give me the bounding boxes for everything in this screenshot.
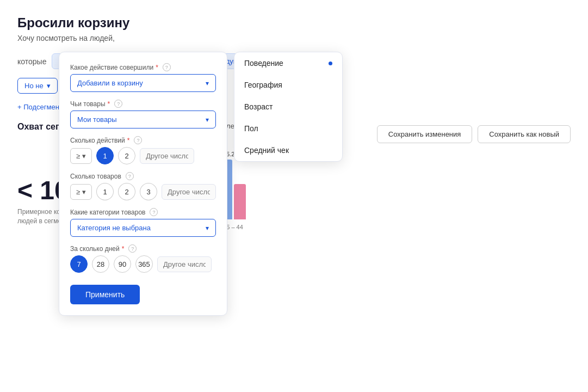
count-actions-row: ≥ ▾ 1 2 [70, 147, 216, 164]
days-row: 7 28 90 365 [70, 255, 216, 273]
count-goods-field: Сколько товаров ? ≥ ▾ 1 2 3 [70, 172, 216, 200]
count-goods-label: Сколько товаров ? [70, 172, 216, 180]
required-star-2: * [108, 100, 110, 108]
gte-symbol-2: ≥ [76, 188, 80, 196]
action-value: Добавили в корзину [77, 79, 143, 87]
count-actions-other[interactable] [140, 148, 194, 164]
count-help-icon[interactable]: ? [134, 136, 142, 144]
whose-field: Чьи товары * ? Мои товары ▾ [70, 100, 216, 128]
but-not-label: Но не [24, 82, 44, 90]
chevron-down-icon-5: ▾ [206, 224, 209, 232]
categories-field: Какие категории товаров ? Категория не в… [70, 208, 216, 237]
gte-select-actions[interactable]: ≥ ▾ [70, 148, 92, 164]
whose-help-icon[interactable]: ? [114, 100, 122, 108]
whose-select[interactable]: Мои товары ▾ [70, 111, 216, 128]
page-title: Бросили корзину [17, 15, 571, 30]
action-select[interactable]: Добавили в корзину ▾ [70, 74, 216, 92]
dropdown-item-label-avg-check: Средний чек [244, 146, 289, 155]
dropdown-item-geography[interactable]: География [234, 74, 342, 96]
dot-icon [329, 62, 332, 65]
dropdown-item-behavior[interactable]: Поведение [234, 52, 342, 74]
dropdown-item-label-age: Возраст [244, 102, 273, 111]
days-label: За сколько дней * ? [70, 244, 216, 253]
dropdown-item-gender[interactable]: Пол [234, 118, 342, 139]
count-goods-btn-3[interactable]: 3 [140, 183, 157, 200]
dropdown-item-label-behavior: Поведение [244, 59, 283, 68]
dropdown-item-label-gender: Пол [244, 124, 258, 133]
chevron-down-icon: ▾ [47, 82, 51, 90]
count-goods-help-icon[interactable]: ? [126, 172, 134, 180]
whose-label: Чьи товары * ? [70, 100, 216, 108]
form-panel: Какое действие совершили * ? Добавили в … [59, 52, 227, 316]
gte-symbol: ≥ [76, 152, 80, 160]
count-actions-btn-1[interactable]: 1 [96, 147, 114, 164]
days-btn-7[interactable]: 7 [70, 255, 88, 273]
action-field: Какое действие совершили * ? Добавили в … [70, 63, 216, 92]
action-label: Какое действие совершили * ? [70, 63, 216, 71]
count-goods-btn-2[interactable]: 2 [118, 183, 135, 200]
but-not-select[interactable]: Но не ▾ [17, 78, 58, 94]
bar-pink-3 [234, 184, 246, 219]
dropdown-item-label-geography: География [244, 81, 282, 89]
count-actions-field: Сколько действий * ? ≥ ▾ 1 2 [70, 136, 216, 164]
page-container: Бросили корзину Хочу посмотреть на людей… [0, 0, 588, 392]
chevron-down-icon-3: ▾ [82, 152, 86, 160]
chevron-down-icon-2: ▾ [206, 116, 209, 124]
days-other[interactable] [157, 256, 212, 272]
categories-help-icon[interactable]: ? [150, 208, 158, 216]
categories-select[interactable]: Категория не выбрана ▾ [70, 219, 216, 237]
required-star-4: * [122, 245, 125, 253]
count-goods-row: ≥ ▾ 1 2 3 [70, 183, 216, 200]
days-btn-365[interactable]: 365 [135, 255, 153, 273]
count-goods-other[interactable] [162, 184, 216, 200]
add-subsegment-button[interactable]: + Подсегмент [17, 103, 63, 111]
dropdown-item-age[interactable]: Возраст [234, 96, 342, 118]
action-help-icon[interactable]: ? [163, 63, 171, 71]
categories-value: Категория не выбрана [77, 224, 151, 232]
days-help-icon[interactable]: ? [128, 244, 137, 253]
chevron-down-icon: ▾ [206, 79, 209, 87]
whose-value: Мои товары [77, 115, 117, 124]
required-star: * [156, 64, 158, 71]
apply-button[interactable]: Применить [70, 285, 140, 304]
days-btn-28[interactable]: 28 [92, 255, 109, 273]
required-star-3: * [127, 137, 130, 144]
chevron-down-icon-4: ▾ [82, 188, 86, 196]
gte-select-goods[interactable]: ≥ ▾ [70, 184, 92, 200]
days-btn-90[interactable]: 90 [114, 255, 131, 273]
days-field: За сколько дней * ? 7 28 90 365 [70, 244, 216, 273]
count-actions-btn-2[interactable]: 2 [118, 147, 135, 164]
page-subtitle: Хочу посмотреть на людей, [17, 34, 571, 42]
which-label: которые [17, 57, 46, 66]
dropdown-item-avg-check[interactable]: Средний чек [234, 139, 342, 161]
count-actions-label: Сколько действий * ? [70, 136, 216, 144]
categories-label: Какие категории товаров ? [70, 208, 216, 216]
count-goods-btn-1[interactable]: 1 [96, 183, 114, 200]
dropdown-menu: Поведение География Возраст Пол Средний … [234, 52, 343, 162]
